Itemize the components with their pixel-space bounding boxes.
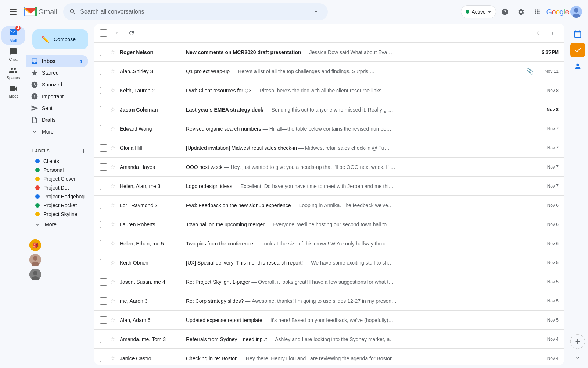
settings-button[interactable] — [514, 4, 528, 19]
email-checkbox[interactable] — [100, 202, 107, 209]
next-page-button[interactable] — [547, 27, 559, 39]
sidebar-item-important[interactable]: Important — [26, 91, 88, 102]
calendar-panel-button[interactable] — [570, 26, 585, 41]
label-project-dot[interactable]: Project Dot — [32, 183, 88, 192]
sidebar: 4 Mail Chat Spaces Meet — [0, 24, 94, 368]
email-checkbox[interactable] — [100, 316, 107, 324]
email-row[interactable]: ☆ Jason Coleman Last year's EMEA strateg… — [94, 100, 564, 119]
google-logo[interactable]: Google — [546, 8, 569, 16]
sidebar-item-starred[interactable]: Starred — [26, 67, 88, 79]
compose-wrapper: ✏️ Compose — [26, 29, 94, 49]
star-button[interactable]: ☆ — [110, 202, 115, 209]
meet-nav-item[interactable]: Meet — [1, 83, 25, 100]
email-row[interactable]: ☆ Roger Nelson New comments on MCR2020 d… — [94, 43, 564, 62]
avatar-1[interactable]: 🎒 — [29, 239, 41, 251]
email-checkbox[interactable] — [100, 68, 107, 75]
select-all-checkbox[interactable] — [100, 29, 107, 37]
sidebar-item-snoozed[interactable]: Snoozed — [26, 79, 88, 91]
help-button[interactable] — [498, 4, 512, 19]
email-row[interactable]: ☆ Keith Obrien [UX] Special delivery! Th… — [94, 253, 564, 272]
label-personal[interactable]: Personal — [32, 166, 88, 174]
star-button[interactable]: ☆ — [110, 297, 115, 304]
sidebar-item-sent[interactable]: Sent — [26, 102, 88, 114]
email-checkbox[interactable] — [100, 144, 107, 152]
sidebar-item-more[interactable]: More — [26, 126, 88, 138]
email-checkbox[interactable] — [100, 259, 107, 266]
email-row[interactable]: ☆ Alan..Shirley 3 Q1 project wrap-up — H… — [94, 62, 564, 81]
scroll-down-button[interactable] — [570, 350, 585, 365]
tasks-panel-button[interactable] — [570, 43, 585, 57]
star-button[interactable]: ☆ — [110, 278, 115, 285]
email-row[interactable]: ☆ Helen, Ethan, me 5 Two pics from the c… — [94, 234, 564, 253]
contacts-panel-button[interactable] — [570, 59, 585, 74]
star-button[interactable]: ☆ — [110, 144, 115, 151]
email-checkbox[interactable] — [100, 87, 107, 94]
star-button[interactable]: ☆ — [110, 68, 115, 75]
sidebar-item-inbox[interactable]: Inbox 4 — [26, 55, 88, 67]
star-button[interactable]: ☆ — [110, 240, 115, 247]
email-row[interactable]: ☆ Keith, Lauren 2 Fwd: Client resources … — [94, 81, 564, 100]
email-row[interactable]: ☆ Helen, Alan, me 3 Logo redesign ideas … — [94, 177, 564, 196]
email-row[interactable]: ☆ Edward Wang Revised organic search num… — [94, 119, 564, 138]
email-row[interactable]: ☆ Amanda, me, Tom 3 Referrals from Sydne… — [94, 330, 564, 349]
email-checkbox[interactable] — [100, 221, 107, 228]
email-checkbox[interactable] — [100, 278, 107, 286]
menu-button[interactable] — [6, 4, 21, 19]
chat-nav-item[interactable]: Chat — [1, 46, 25, 63]
select-dropdown-button[interactable] — [111, 27, 123, 39]
email-snippet: Here's a list of all the top challenges … — [238, 68, 374, 74]
star-button[interactable]: ☆ — [110, 259, 115, 266]
search-bar[interactable] — [63, 3, 328, 20]
spaces-nav-item[interactable]: Spaces — [1, 64, 25, 81]
email-date: Nov 7 — [537, 126, 559, 131]
search-filter-button[interactable] — [310, 6, 322, 18]
profile-avatar[interactable] — [570, 6, 582, 18]
email-checkbox[interactable] — [100, 106, 107, 113]
add-panel-button[interactable] — [570, 334, 585, 349]
star-button[interactable]: ☆ — [110, 106, 115, 113]
email-row[interactable]: ☆ Jason, Susan, me 4 Re: Project Skyligh… — [94, 272, 564, 291]
mail-nav-item[interactable]: 4 Mail — [1, 26, 25, 45]
compose-button[interactable]: ✏️ Compose — [32, 29, 88, 49]
email-row[interactable]: ☆ me, Aaron 3 Re: Corp strategy slides? … — [94, 291, 564, 311]
email-checkbox[interactable] — [100, 125, 107, 132]
star-button[interactable]: ☆ — [110, 125, 115, 132]
star-button[interactable]: ☆ — [110, 183, 115, 190]
star-button[interactable]: ☆ — [110, 336, 115, 343]
email-checkbox[interactable] — [100, 163, 107, 171]
star-button[interactable]: ☆ — [110, 355, 115, 362]
sidebar-item-drafts[interactable]: Drafts — [26, 114, 88, 126]
search-input[interactable] — [80, 8, 306, 15]
active-status-button[interactable]: Active — [461, 5, 496, 18]
gmail-logo[interactable]: Gmail — [24, 7, 57, 17]
email-checkbox[interactable] — [100, 297, 107, 305]
label-project-skyline[interactable]: Project Skyline — [32, 210, 88, 219]
email-checkbox[interactable] — [100, 240, 107, 247]
email-row[interactable]: ☆ Lauren Roberts Town hall on the upcomi… — [94, 215, 564, 234]
star-button[interactable]: ☆ — [110, 87, 115, 94]
refresh-button[interactable] — [126, 27, 137, 39]
prev-page-button[interactable] — [532, 27, 544, 39]
email-checkbox[interactable] — [100, 336, 107, 343]
label-project-hedgehog[interactable]: Project Hedgehog — [32, 192, 88, 201]
email-row[interactable]: ☆ Amanda Hayes OOO next week — Hey, just… — [94, 158, 564, 177]
avatar-3[interactable] — [29, 269, 41, 280]
email-checkbox[interactable] — [100, 49, 107, 56]
label-project-clover[interactable]: Project Clover — [32, 174, 88, 183]
star-button[interactable]: ☆ — [110, 49, 115, 56]
google-apps-button[interactable] — [530, 4, 545, 19]
email-row[interactable]: ☆ Gloria Hill [Updated invitation] Midwe… — [94, 138, 564, 158]
email-row[interactable]: ☆ Janice Castro Checking in re: Boston —… — [94, 349, 564, 365]
email-checkbox[interactable] — [100, 355, 107, 362]
labels-more-item[interactable]: More — [32, 219, 82, 230]
star-button[interactable]: ☆ — [110, 221, 115, 228]
label-clients[interactable]: Clients — [32, 157, 88, 166]
avatar-2[interactable] — [29, 254, 41, 266]
label-project-rocket[interactable]: Project Rocket — [32, 201, 88, 210]
star-button[interactable]: ☆ — [110, 316, 115, 323]
star-button[interactable]: ☆ — [110, 163, 115, 170]
add-label-button[interactable]: + — [79, 146, 88, 155]
email-row[interactable]: ☆ Alan, Adam 6 Updated expense report te… — [94, 311, 564, 330]
email-checkbox[interactable] — [100, 183, 107, 190]
email-row[interactable]: ☆ Lori, Raymond 2 Fwd: Feedback on the n… — [94, 196, 564, 215]
